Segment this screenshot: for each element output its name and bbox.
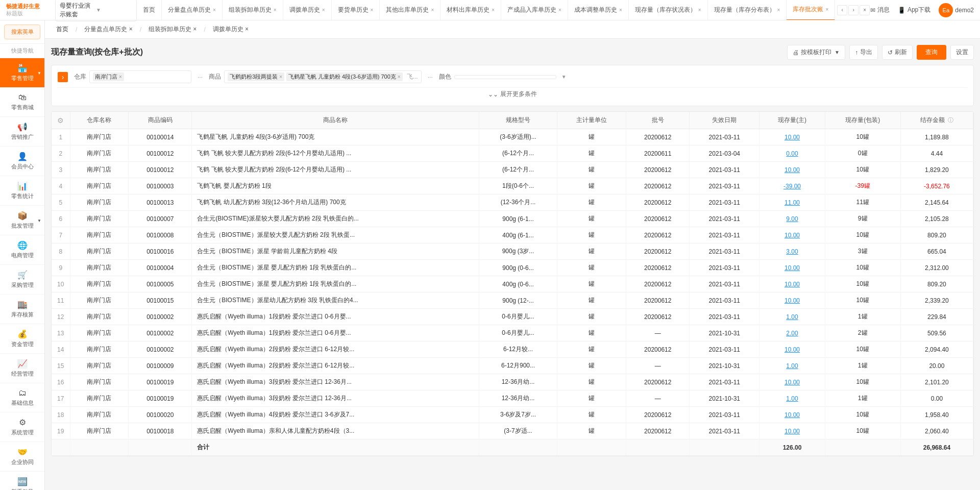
- filter-ellipsis[interactable]: ···: [198, 74, 203, 81]
- stock-main-value[interactable]: 3.00: [786, 248, 798, 255]
- tab-9[interactable]: 现存量（库存状况表） ×: [629, 0, 708, 20]
- expand-filter-btn[interactable]: ›: [58, 72, 68, 82]
- close-icon[interactable]: ×: [698, 7, 701, 13]
- template-print-btn[interactable]: 🖨 按模板打印 ▼: [787, 45, 845, 60]
- search-menu-btn[interactable]: 搜索英单: [4, 24, 40, 39]
- tab-8[interactable]: 成本调整单历史 ×: [568, 0, 629, 20]
- sidebar-item-ecommerce[interactable]: 🌐 电商管理: [0, 235, 44, 265]
- product-tags[interactable]: 飞鹤奶粉3段两提装 × 飞鹤星飞帆 儿童奶粉 4段(3-6岁适用) 700克 ×…: [224, 70, 422, 83]
- product-more[interactable]: 飞...: [407, 72, 418, 81]
- close-icon[interactable]: ×: [619, 7, 622, 13]
- td-no: 8: [52, 243, 70, 260]
- sidebar-item-inventory[interactable]: 🏬 库存核算: [0, 295, 44, 324]
- sidebar-item-retail-mall[interactable]: 🛍 零售商城: [0, 88, 44, 117]
- stock-main-value[interactable]: 10.00: [785, 264, 800, 272]
- message-btn[interactable]: ✉ 消息: [870, 6, 890, 14]
- stock-main-value[interactable]: 10.00: [785, 281, 800, 288]
- stock-main-value[interactable]: 2.00: [786, 330, 798, 337]
- sidebar-item-member[interactable]: 👤 会员中心: [0, 146, 44, 176]
- expand-more-btn[interactable]: ⌄⌄ 展开更多条件: [58, 87, 967, 101]
- td-batch: 20200612: [626, 423, 690, 439]
- stock-main-value[interactable]: 11.00: [785, 199, 800, 206]
- tab-2[interactable]: 组装拆卸单历史 ×: [223, 0, 283, 20]
- td-spec: 400g (6-1...: [479, 227, 557, 243]
- close-icon[interactable]: ×: [431, 7, 434, 13]
- stock-main-value[interactable]: 10.00: [785, 297, 800, 304]
- th-stock-main: 现存量(主): [760, 112, 825, 129]
- filter-ellipsis-2[interactable]: ···: [428, 74, 433, 81]
- stock-main-value[interactable]: 10.00: [785, 411, 800, 419]
- stock-main-value[interactable]: 10.00: [785, 134, 800, 141]
- app-download-btn[interactable]: 📱 App下载: [898, 6, 930, 14]
- settings-btn[interactable]: 设置: [950, 45, 974, 60]
- tab-3[interactable]: 调拨单历史 ×: [283, 0, 332, 20]
- close-icon[interactable]: ×: [371, 7, 374, 13]
- tab-home[interactable]: 首页: [137, 0, 162, 20]
- sidebar-item-operations[interactable]: 📈 经营管理: [0, 354, 44, 383]
- tab-4[interactable]: 要货单历史 ×: [332, 0, 380, 20]
- info-icon[interactable]: ⓘ: [948, 117, 953, 123]
- sidebar-item-purchase[interactable]: 🛒 采购管理: [0, 265, 44, 295]
- nav-diao-bo[interactable]: 调拨单历史 ×: [208, 23, 254, 36]
- close-icon[interactable]: ×: [322, 7, 325, 13]
- close-icon[interactable]: ×: [274, 7, 277, 13]
- stock-main-value[interactable]: 0.00: [786, 150, 798, 157]
- sidebar-item-retail-mgmt[interactable]: 🏪 零售管理 ▼: [0, 58, 44, 88]
- close-icon[interactable]: ×: [825, 7, 828, 12]
- color-dropdown-icon[interactable]: ▼: [561, 74, 567, 80]
- tab-6[interactable]: 材料出库单历史 ×: [440, 0, 501, 20]
- nav-zu-zhuang[interactable]: 组装拆卸单历史 ×: [143, 23, 202, 36]
- stock-main-value[interactable]: 10.00: [785, 232, 800, 239]
- nav-fen-pan[interactable]: 分量盘点单历史 ×: [79, 23, 137, 36]
- tab-1[interactable]: 分量盘点单历史 ×: [162, 0, 223, 20]
- tab-close-btn[interactable]: ×: [860, 5, 870, 15]
- stock-main-value[interactable]: 1.00: [786, 313, 798, 321]
- query-btn[interactable]: 查询: [917, 45, 946, 60]
- stats-icon: 📊: [17, 181, 28, 191]
- sidebar-item-guide[interactable]: 🆕 新手引导: [0, 472, 44, 490]
- close-icon[interactable]: ×: [213, 7, 216, 13]
- sidebar-item-marketing[interactable]: 📢 营销推广: [0, 117, 44, 146]
- tab-next-btn[interactable]: ›: [848, 5, 859, 15]
- stock-main-value[interactable]: 10.00: [785, 379, 800, 386]
- sidebar-item-system[interactable]: ⚙ 系统管理: [0, 412, 44, 442]
- tab-10[interactable]: 现存量（库存分布表） ×: [708, 0, 787, 20]
- tab-7[interactable]: 产成品入库单历史 ×: [501, 0, 568, 20]
- td-product-name: 飞鹤 飞帆 较大婴儿配方奶粉 2段(6-12个月婴幼儿适用) ...: [192, 162, 479, 178]
- td-warehouse: 南岸门店: [70, 129, 129, 145]
- close-icon[interactable]: ×: [398, 74, 401, 80]
- stock-main-value[interactable]: 1.00: [786, 362, 798, 370]
- close-icon[interactable]: ×: [279, 74, 282, 80]
- refresh-btn[interactable]: ↺ 刷新: [882, 45, 913, 60]
- warehouse-tags[interactable]: 南岸门店 ×: [89, 70, 191, 83]
- close-icon[interactable]: ×: [558, 7, 561, 13]
- stock-main-value[interactable]: 1.00: [786, 395, 798, 402]
- sidebar-item-wholesale[interactable]: 📦 批发管理 ▼: [0, 206, 44, 235]
- tab-5[interactable]: 其他出库单历史 ×: [380, 0, 440, 20]
- td-no: 1: [52, 129, 70, 145]
- close-icon[interactable]: ×: [777, 7, 780, 13]
- sidebar-item-collab[interactable]: 🤝 企业协同: [0, 442, 44, 472]
- stock-main-value[interactable]: -39.00: [783, 183, 801, 190]
- close-icon[interactable]: ×: [492, 7, 495, 13]
- org-selector[interactable]: 母婴行业演示账套 ▼: [55, 0, 137, 21]
- stock-main-value[interactable]: 10.00: [785, 346, 800, 353]
- sidebar-item-retail-stats[interactable]: 📊 零售统计: [0, 176, 44, 206]
- close-icon[interactable]: ×: [119, 74, 122, 80]
- stock-main-value[interactable]: 10.00: [785, 166, 800, 174]
- stock-main-value[interactable]: 10.00: [785, 428, 800, 435]
- th-stock-pack: 现存量(包装): [825, 112, 900, 129]
- sidebar-item-basics[interactable]: 🗂 基础信息: [0, 383, 44, 412]
- td-product-code: 00100008: [129, 227, 192, 243]
- stock-main-value[interactable]: 9.00: [786, 215, 798, 223]
- settings-icon[interactable]: ⚙: [57, 116, 64, 125]
- tab-active[interactable]: 库存批次账 ×: [787, 0, 835, 20]
- tab-prev-btn[interactable]: ‹: [837, 5, 847, 15]
- nav-home[interactable]: 首页: [51, 23, 74, 36]
- export-btn[interactable]: ↑ 导出: [849, 45, 878, 60]
- user-menu[interactable]: Ea demo2: [939, 3, 974, 17]
- color-tags[interactable]: [454, 75, 556, 79]
- td-stock-main: 10.00: [760, 374, 825, 390]
- sidebar-item-finance[interactable]: 💰 资金管理: [0, 324, 44, 354]
- quick-nav-btn[interactable]: 快捷导航: [0, 44, 44, 58]
